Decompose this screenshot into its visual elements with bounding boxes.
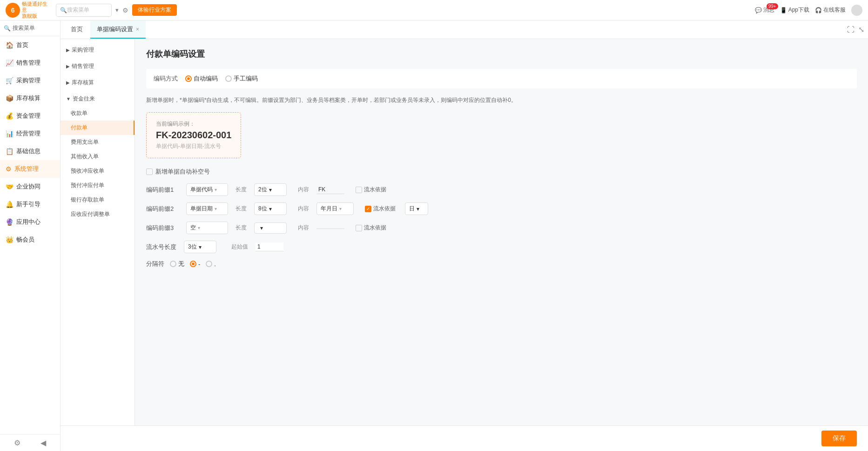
avatar[interactable]: [851, 5, 862, 16]
operation-icon: 📊: [6, 130, 13, 137]
sep-dash-radio[interactable]: -: [190, 261, 200, 268]
nav-group-purchase: ▶ 采购管理: [61, 43, 135, 57]
nav-group-capital-title[interactable]: ▼ 资金往来: [61, 92, 135, 106]
prefix3-content-value: [316, 227, 344, 229]
serial-label: 流水号长度: [146, 243, 176, 251]
preview-label: 当前编码示例：: [156, 120, 231, 128]
tab-bar-actions: ⛶ ⤡: [847, 25, 864, 34]
sidebar-item-operation[interactable]: 📊 经营管理: [0, 125, 60, 142]
sep-none-radio[interactable]: 无: [170, 260, 184, 268]
arrow-down-icon: ▼: [66, 96, 71, 101]
base-icon: 📋: [6, 148, 13, 155]
sidebar-item-guide[interactable]: 🔔 新手引导: [0, 195, 60, 213]
appcenter-icon: 🔮: [6, 218, 13, 226]
top-bar: 6 畅捷通好生意 旗舰版 🔍 搜索菜单 ▾ ⚙ 体验行业方案 💬 消息 99+ …: [0, 0, 868, 20]
prefix3-select[interactable]: 空 ▾: [186, 222, 228, 234]
sidebar-item-sales[interactable]: 📈 销售管理: [0, 54, 60, 72]
nav-group-sales-title[interactable]: ▶ 销售管理: [61, 59, 135, 74]
trial-button[interactable]: 体验行业方案: [132, 4, 177, 16]
tab-close-icon[interactable]: ×: [136, 26, 139, 33]
prefix1-len-select[interactable]: 2位 ▾: [254, 183, 287, 196]
purchase-icon: 🛒: [6, 77, 13, 84]
start-value-input[interactable]: [256, 242, 283, 251]
prefix2-checkbox-box: ✓: [365, 206, 371, 212]
online-service-button[interactable]: 🎧 在线客服: [815, 6, 846, 14]
prefix3-len-label: 长度: [236, 224, 247, 232]
auto-fill-checkbox[interactable]: [146, 168, 153, 175]
tab-collapse-icon[interactable]: ⤡: [858, 25, 864, 34]
nav-item-receipt[interactable]: 收款单: [61, 106, 135, 121]
separator-options: 无 - .: [170, 260, 216, 268]
nav-item-prepay-receivable[interactable]: 预收冲应收单: [61, 164, 135, 178]
prefix1-select[interactable]: 单据代码 ▾: [186, 183, 228, 196]
auto-encode-radio[interactable]: 自动编码: [185, 74, 218, 83]
nav-item-bank-deposit[interactable]: 银行存取款单: [61, 193, 135, 207]
collapse-sidebar-icon[interactable]: ◀: [40, 438, 46, 447]
member-icon: 👑: [6, 236, 13, 243]
prefix3-checkbox[interactable]: 流水依据: [356, 224, 386, 232]
tab-bar: 首页 单据编码设置 × ⛶ ⤡: [61, 20, 868, 39]
prefix2-len-select[interactable]: 8位 ▾: [254, 202, 287, 215]
auto-encode-radio-dot: [187, 77, 190, 80]
encoding-method-row: 编码方式 自动编码 手工编码: [146, 69, 857, 88]
prefix1-checkbox-box: [356, 187, 362, 193]
app-download-button[interactable]: 📱 App下载: [780, 6, 809, 14]
nav-item-prepay-payable[interactable]: 预付冲应付单: [61, 178, 135, 193]
sidebar-item-home[interactable]: 🏠 首页: [0, 36, 60, 54]
nav-group-stock-title[interactable]: ▶ 库存核算: [61, 75, 135, 90]
sidebar-item-purchase[interactable]: 🛒 采购管理: [0, 72, 60, 89]
save-button[interactable]: 保存: [821, 431, 857, 446]
home-icon: 🏠: [6, 41, 13, 49]
tab-encoding[interactable]: 单据编码设置 ×: [90, 20, 146, 39]
prefix1-checkbox[interactable]: 流水依据: [356, 186, 386, 194]
nav-item-payment[interactable]: 付款单: [61, 121, 135, 135]
auto-encode-radio-circle: [185, 75, 192, 82]
settings-bottom-icon[interactable]: ⚙: [14, 438, 20, 447]
config-row-prefix2: 编码前缀2 单据日期 ▾ 长度 8位 ▾ 内容 年月日 ▾: [146, 202, 857, 215]
sidebar-item-appcenter[interactable]: 🔮 应用中心: [0, 213, 60, 231]
sep-dot-radio[interactable]: .: [206, 261, 216, 268]
nav-item-expense[interactable]: 费用支出单: [61, 135, 135, 149]
tab-expand-icon[interactable]: ⛶: [847, 26, 855, 34]
sidebar: 🔍 搜索菜单 🏠 首页 📈 销售管理 🛒 采购管理 📦 库存核算 💰 资金管理 …: [0, 20, 61, 451]
nav-item-other-income[interactable]: 其他收入单: [61, 149, 135, 164]
sidebar-item-system[interactable]: ⚙ 系统管理: [0, 160, 60, 178]
sidebar-item-finance[interactable]: 💰 资金管理: [0, 107, 60, 125]
gear-icon[interactable]: ⚙: [122, 7, 128, 14]
prefix2-day-select[interactable]: 日 ▾: [405, 202, 428, 215]
prefix2-checkbox[interactable]: ✓ 流水依据: [365, 205, 396, 213]
prefix1-content-label: 内容: [298, 186, 309, 194]
manual-encode-radio[interactable]: 手工编码: [225, 74, 258, 83]
search-icon: 🔍: [60, 7, 67, 13]
prefix2-content-label: 内容: [298, 205, 309, 213]
sidebar-item-base[interactable]: 📋 基础信息: [0, 142, 60, 160]
description-text: 新增单据时，*单据编码*自动生成，不可编辑。前缀设置为部门、业务员等档案类，开单…: [146, 96, 857, 105]
tab-home[interactable]: 首页: [64, 20, 89, 39]
prefix2-select[interactable]: 单据日期 ▾: [186, 202, 228, 215]
start-label: 起始值: [231, 243, 248, 251]
page-title: 付款单编码设置: [146, 48, 857, 60]
prefix3-len-select[interactable]: ▾: [254, 222, 287, 234]
sidebar-item-cooperation[interactable]: 🤝 企业协同: [0, 178, 60, 195]
sidebar-item-stock[interactable]: 📦 库存核算: [0, 89, 60, 107]
stock-icon: 📦: [6, 94, 13, 102]
config-row-prefix1: 编码前缀1 单据代码 ▾ 长度 2位 ▾ 内容 FK 流水依据: [146, 183, 857, 196]
prefix1-select-arrow: ▾: [215, 187, 217, 192]
nav-item-ar-ap-adjust[interactable]: 应收应付调整单: [61, 207, 135, 222]
prefix2-content-arrow: ▾: [339, 206, 342, 211]
sidebar-search[interactable]: 🔍 搜索菜单: [0, 20, 60, 36]
sidebar-item-member[interactable]: 👑 畅会员: [0, 231, 60, 249]
top-search-input[interactable]: 🔍 搜索菜单: [56, 4, 112, 17]
main-layout: 🔍 搜索菜单 🏠 首页 📈 销售管理 🛒 采购管理 📦 库存核算 💰 资金管理 …: [0, 20, 868, 451]
content-area: 首页 单据编码设置 × ⛶ ⤡ ▶ 采购管理: [61, 20, 868, 451]
preview-format: 单据代码-单据日期-流水号: [156, 142, 231, 150]
logo: 6 畅捷通好生意 旗舰版: [6, 2, 52, 19]
encoding-radio-group: 自动编码 手工编码: [185, 74, 258, 83]
serial-len-select[interactable]: 3位 ▾: [184, 241, 216, 253]
nav-group-purchase-title[interactable]: ▶ 采购管理: [61, 43, 135, 57]
left-nav: ▶ 采购管理 ▶ 销售管理 ▶ 库存核算: [61, 39, 135, 425]
prefix2-content-select[interactable]: 年月日 ▾: [316, 202, 354, 215]
nav-group-capital: ▼ 资金往来 收款单 付款单 费用支出单 其他收入单 预收冲应收单 预付冲应付单…: [61, 92, 135, 222]
message-button[interactable]: 💬 消息 99+: [755, 6, 774, 14]
dropdown-icon[interactable]: ▾: [115, 7, 119, 13]
